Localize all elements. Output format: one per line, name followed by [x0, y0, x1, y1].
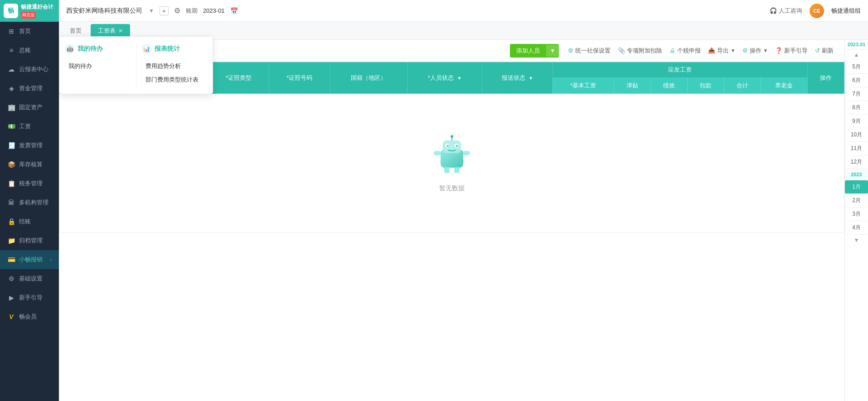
user-name[interactable]: 畅捷通组组	[831, 7, 861, 15]
ledger-icon: ≡	[7, 47, 15, 54]
month-item-1[interactable]: 1月	[845, 180, 868, 194]
tab-close-btn[interactable]: ✕	[118, 28, 123, 34]
sidebar-label-home: 首页	[19, 27, 31, 35]
operate-icon: ⚙	[742, 47, 748, 54]
month-nav-down-btn[interactable]: ▼	[845, 235, 868, 246]
social-security-btn[interactable]: ⚙ 统一社保设置	[564, 45, 614, 57]
sidebar-item-cloud-report[interactable]: ☁ 云报表中心	[0, 60, 59, 79]
report-col-icon: 📊	[142, 44, 152, 54]
sidebar-item-multi-org[interactable]: 🏛 多机构管理	[0, 193, 59, 212]
th-basic-salary: *基本工资	[553, 78, 614, 94]
popup-item-my-todo[interactable]: 我的待办	[65, 59, 131, 73]
new-guide-icon: ❓	[775, 47, 782, 54]
tab-salary-label: 工资表	[98, 27, 116, 35]
sidebar-item-salary[interactable]: 💵 工资	[0, 117, 59, 136]
special-deduct-icon: 📎	[618, 47, 625, 54]
svg-rect-6	[444, 167, 450, 173]
headset-icon: 🎧	[770, 7, 777, 14]
cloud-icon: ☁	[7, 66, 15, 73]
year-header-2023: 2023.01	[845, 40, 868, 49]
sidebar-label-cloud: 云报表中心	[19, 65, 48, 73]
tab-home-label: 首页	[70, 27, 82, 35]
topbar: 西安虾米网络科技有限公司 ▼ + ⚙ 账期 2023-01 📅 🎧 人工咨询 C…	[59, 0, 868, 22]
period-label: 账期	[186, 7, 198, 15]
year-2023-label: 2023	[845, 169, 868, 180]
tax-report-btn[interactable]: 🖨 个税申报	[666, 45, 704, 57]
th-pension: 养老金	[761, 78, 807, 94]
month-item-9[interactable]: 9月	[845, 115, 868, 128]
month-item-2[interactable]: 2月	[845, 194, 868, 208]
th-salary-group: 应发工资	[553, 62, 807, 78]
company-dropdown-btn[interactable]: ▼	[149, 8, 154, 14]
app-logo[interactable]: 畅 畅捷通好会计 网页版	[0, 0, 59, 22]
month-item-10[interactable]: 10月	[845, 128, 868, 142]
tab-salary-table[interactable]: 工资表 ✕	[91, 24, 130, 38]
calendar-icon[interactable]: 📅	[230, 7, 238, 14]
month-item-11[interactable]: 11月	[845, 142, 868, 155]
svg-rect-8	[434, 151, 441, 155]
th-allowance: 津贴	[614, 78, 650, 94]
th-id-num: *证照号码	[269, 62, 330, 94]
sidebar-item-close-account[interactable]: 🔒 结账	[0, 212, 59, 231]
svg-point-5	[456, 145, 458, 147]
month-nav-up-btn[interactable]: ▲	[845, 49, 868, 60]
operate-dropdown-arrow: ▼	[763, 48, 768, 53]
operate-btn[interactable]: ⚙ 操作 ▼	[739, 45, 771, 57]
popup-item-expense-trend[interactable]: 费用趋势分析	[142, 59, 208, 73]
tax-report-icon: 🖨	[669, 47, 675, 54]
fund-icon: ◈	[7, 85, 15, 92]
export-label: 导出	[717, 47, 729, 55]
sidebar-label-xiaochang: 小畅报销	[19, 256, 43, 264]
sidebar-item-guide[interactable]: ▶ 新手引导	[0, 288, 59, 307]
month-item-12[interactable]: 12月	[845, 155, 868, 169]
sidebar-label-ledger: 总账	[19, 46, 31, 54]
add-person-btn[interactable]: 添加人员	[510, 44, 546, 58]
popup-item-dept-expense[interactable]: 部门费用类型统计表	[142, 73, 208, 87]
th-total: 合计	[724, 78, 761, 94]
new-guide-btn[interactable]: ❓ 新手引导	[771, 45, 811, 57]
status-filter-icon[interactable]: ▼	[457, 76, 461, 81]
sidebar: 畅 畅捷通好会计 网页版 ⊞ 首页 ≡ 总账 ☁ 云报表中心 ◈ 资金管理 🏢 …	[0, 0, 59, 401]
month-item-6[interactable]: 6月	[845, 74, 868, 87]
sidebar-label-tax: 税务管理	[19, 179, 43, 188]
sidebar-item-fund[interactable]: ◈ 资金管理	[0, 79, 59, 98]
month-item-4[interactable]: 4月	[845, 221, 868, 235]
export-btn[interactable]: 📤 导出 ▼	[704, 45, 739, 57]
sidebar-item-home[interactable]: ⊞ 首页	[0, 22, 59, 41]
logo-badge: 网页版	[21, 12, 36, 19]
add-company-btn[interactable]: +	[160, 6, 169, 15]
month-item-8[interactable]: 8月	[845, 101, 868, 115]
sidebar-item-ledger[interactable]: ≡ 总账	[0, 41, 59, 60]
special-deduct-btn[interactable]: 📎 专项附加扣除	[614, 45, 666, 57]
sidebar-item-archive[interactable]: 📁 归档管理	[0, 231, 59, 250]
month-item-5[interactable]: 5月	[845, 60, 868, 74]
sidebar-item-tax[interactable]: 📋 税务管理	[0, 174, 59, 193]
service-btn[interactable]: 🎧 人工咨询	[770, 7, 802, 15]
invoice-icon: 🧾	[7, 142, 15, 149]
th-status: *人员状态 ▼	[407, 62, 482, 94]
add-person-dropdown-btn[interactable]: ▼	[546, 45, 559, 57]
user-avatar[interactable]: CE	[810, 4, 824, 18]
th-id-type: *证照类型	[208, 62, 269, 94]
th-operation: 操作	[807, 62, 844, 94]
send-status-filter-icon[interactable]: ▼	[529, 76, 533, 81]
sidebar-item-inventory[interactable]: 📦 库存核算	[0, 155, 59, 174]
refresh-btn[interactable]: ↺ 刷新	[811, 45, 837, 57]
sidebar-item-invoice[interactable]: 🧾 发票管理	[0, 136, 59, 155]
export-dropdown-arrow: ▼	[731, 48, 735, 53]
sidebar-item-xiaochang[interactable]: 💳 小畅报销 ‹	[0, 250, 59, 269]
archive-icon: 📁	[7, 237, 15, 244]
sidebar-item-fixed-assets[interactable]: 🏢 固定资产	[0, 98, 59, 117]
salary-table-wrap: 工号 ⇅ *姓名 *部门 *证照类型 *证照号码 国籍（地区） *人员状	[59, 62, 844, 401]
month-item-3[interactable]: 3月	[845, 208, 868, 221]
settings-icon[interactable]: ⚙	[174, 6, 180, 15]
popup-col-todo-header: 🤖 我的待办	[65, 44, 131, 54]
sidebar-label-multi: 多机构管理	[19, 198, 48, 207]
logo-text-block: 畅捷通好会计 网页版	[21, 3, 53, 19]
sidebar-item-basic[interactable]: ⚙ 基础设置	[0, 269, 59, 288]
month-item-7[interactable]: 7月	[845, 87, 868, 101]
sidebar-label-member: 畅会员	[19, 313, 37, 321]
logo-icon: 畅	[4, 4, 18, 18]
sidebar-item-member[interactable]: V 畅会员	[0, 307, 59, 326]
tab-home[interactable]: 首页	[63, 24, 89, 38]
